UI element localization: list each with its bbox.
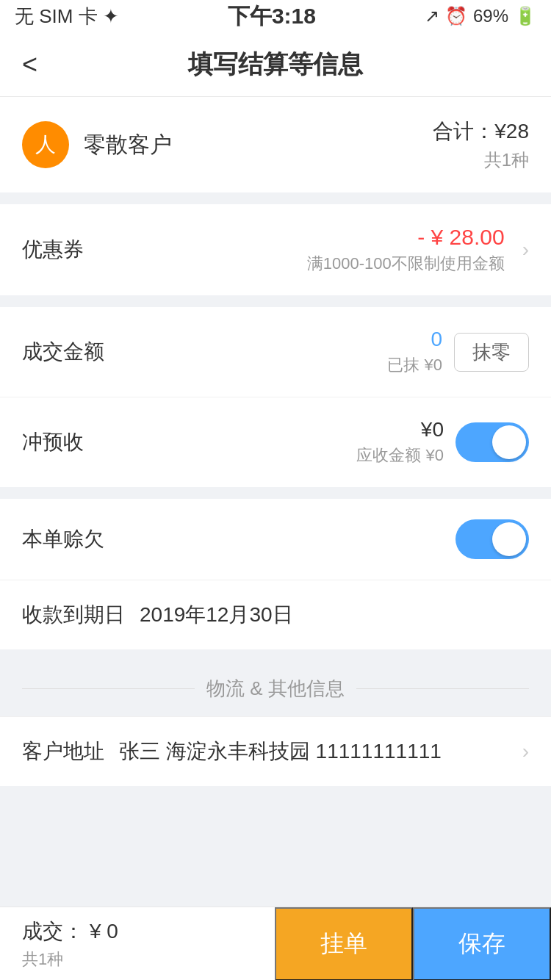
prepayment-value-area: ¥0 应收金额 ¥0 [356, 418, 444, 466]
debt-toggle[interactable] [455, 519, 529, 559]
coupon-row[interactable]: 优惠券 - ¥ 28.00 满1000-100不限制使用金额 › [0, 204, 551, 295]
summary-amount: ¥ 0 [90, 920, 118, 943]
deal-amount-right: 0 已抹 ¥0 抹零 [387, 328, 529, 376]
customer-name: 零散客户 [84, 130, 172, 160]
total-count: 共1种 [433, 148, 529, 172]
deal-amount-row: 成交金额 0 已抹 ¥0 抹零 [0, 307, 551, 397]
debt-label: 本单赊欠 [22, 525, 104, 553]
logistics-title: 物流 & 其他信息 [22, 676, 529, 702]
deal-amount-label: 成交金额 [22, 338, 104, 366]
coupon-label: 优惠券 [22, 236, 84, 264]
prepayment-sub: 应收金额 ¥0 [356, 444, 444, 466]
battery-level: 69% [473, 6, 508, 26]
save-button[interactable]: 保存 [413, 907, 551, 981]
sim-status: 无 SIM 卡 ✦ [15, 4, 119, 29]
coupon-chevron: › [522, 238, 529, 262]
coupon-value-area: - ¥ 28.00 满1000-100不限制使用金额 [307, 225, 505, 275]
debt-row: 本单赊欠 [0, 499, 551, 580]
customer-info: 人 零散客户 [22, 121, 172, 168]
deal-amount-value-area: 0 已抹 ¥0 [387, 328, 442, 376]
address-row[interactable]: 客户地址 张三 海淀永丰科技园 11111111111 › [0, 716, 551, 786]
avatar: 人 [22, 121, 69, 168]
hold-button[interactable]: 挂单 [275, 907, 413, 981]
coupon-sub: 满1000-100不限制使用金额 [307, 253, 505, 275]
due-date-label: 收款到期日 [22, 601, 125, 629]
logistics-section: 物流 & 其他信息 客户地址 张三 海淀永丰科技园 11111111111 › [0, 661, 551, 786]
round-off-button[interactable]: 抹零 [454, 333, 529, 372]
location-icon: ↗ [425, 6, 439, 26]
avatar-icon: 人 [35, 131, 56, 159]
summary-count: 共1种 [22, 948, 253, 970]
battery-icon: 🔋 [514, 6, 536, 26]
status-time: 下午3:18 [228, 1, 316, 32]
summary-label: 成交： [22, 918, 84, 945]
coupon-section: 优惠券 - ¥ 28.00 满1000-100不限制使用金额 › [0, 204, 551, 295]
logistics-title-text: 物流 & 其他信息 [206, 676, 345, 702]
status-right: ↗ ⏰ 69% 🔋 [425, 6, 536, 26]
status-left: 无 SIM 卡 ✦ [15, 4, 119, 29]
coupon-right: - ¥ 28.00 满1000-100不限制使用金额 › [307, 225, 529, 275]
debt-toggle-knob [492, 522, 526, 556]
customer-row: 人 零散客户 合计：¥28 共1种 [0, 97, 551, 192]
prepayment-row: 冲预收 ¥0 应收金额 ¥0 [0, 397, 551, 487]
due-date-value: 2019年12月30日 [140, 601, 293, 629]
bottom-bar: 成交： ¥ 0 共1种 挂单 保存 [0, 907, 551, 980]
back-button[interactable]: < [22, 49, 37, 80]
bottom-summary: 成交： ¥ 0 共1种 [0, 918, 275, 970]
prepayment-toggle[interactable] [455, 422, 529, 462]
status-bar: 无 SIM 卡 ✦ 下午3:18 ↗ ⏰ 69% 🔋 [0, 0, 551, 32]
address-chevron: › [522, 740, 529, 763]
debt-right [455, 519, 529, 559]
due-date-row: 收款到期日 2019年12月30日 [0, 580, 551, 649]
address-label: 客户地址 [22, 738, 104, 765]
deal-amount-sub: 已抹 ¥0 [387, 354, 442, 376]
toggle-knob [492, 425, 526, 459]
coupon-value: - ¥ 28.00 [417, 225, 504, 250]
deal-amount-value: 0 [431, 328, 442, 351]
customer-total: 合计：¥28 共1种 [433, 118, 529, 172]
nav-bar: < 填写结算等信息 [0, 32, 551, 97]
bottom-summary-main: 成交： ¥ 0 [22, 918, 253, 945]
address-value: 张三 海淀永丰科技园 11111111111 [119, 738, 516, 765]
deal-prepayment-section: 成交金额 0 已抹 ¥0 抹零 冲预收 ¥0 应收金额 ¥0 [0, 307, 551, 487]
debt-section: 本单赊欠 收款到期日 2019年12月30日 [0, 499, 551, 649]
customer-section: 人 零散客户 合计：¥28 共1种 [0, 97, 551, 192]
prepayment-right: ¥0 应收金额 ¥0 [356, 418, 529, 466]
page-title: 填写结算等信息 [188, 48, 363, 82]
prepayment-label: 冲预收 [22, 428, 84, 456]
logistics-header: 物流 & 其他信息 [0, 661, 551, 716]
alarm-icon: ⏰ [445, 6, 467, 26]
total-amount: 合计：¥28 [433, 118, 529, 145]
prepayment-value: ¥0 [421, 418, 444, 442]
